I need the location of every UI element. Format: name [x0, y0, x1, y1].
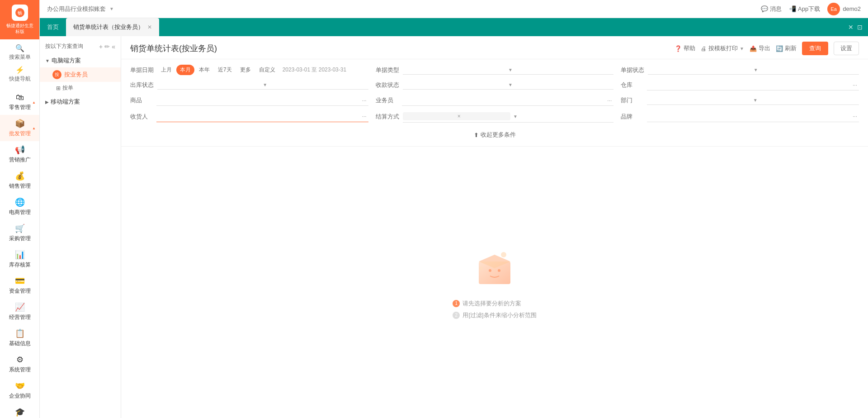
date-tab-last-month[interactable]: 上月	[157, 65, 175, 75]
sidebar-item-retail[interactable]: 🛍 零售管理	[0, 89, 39, 115]
scheme-item-by-salesperson[interactable]: 按 按业务员	[40, 67, 121, 82]
inventory-icon: 📊	[15, 250, 25, 260]
refresh-icon: 🔄	[776, 45, 783, 52]
filter-goods: 商品 ···	[130, 95, 368, 106]
warehouse-input[interactable]	[647, 80, 851, 90]
wholesale-icon: 📦	[15, 119, 25, 128]
app-download-btn[interactable]: 📲 App下载	[789, 5, 820, 13]
sidebar-item-inventory[interactable]: 📊 库存核算	[0, 246, 39, 272]
goods-input[interactable]	[156, 95, 360, 105]
sidebar-item-sales[interactable]: 💰 销售管理	[0, 167, 39, 194]
scheme-group-pc-header[interactable]: ▼ 电脑端方案	[40, 54, 121, 67]
warehouse-more-btn[interactable]: ···	[851, 82, 859, 88]
collapse-btn[interactable]: ⬆ 收起更多条件	[474, 131, 516, 139]
doc-status-select[interactable]: ▼	[648, 66, 859, 75]
purchase-icon: 🛒	[15, 223, 25, 233]
sidebar-item-enterprise[interactable]: 🤝 企业协同	[0, 377, 39, 404]
left-panel-title: 按以下方案查询	[45, 43, 83, 50]
sidebar-item-ecommerce[interactable]: 🌐 电商管理	[0, 194, 39, 220]
date-tab-last7[interactable]: 近7天	[214, 65, 236, 75]
out-status-label: 出库状态	[130, 81, 154, 89]
edit-scheme-btn[interactable]: ✏	[104, 43, 110, 50]
scheme-item-salesperson-label: 按业务员	[64, 71, 88, 79]
sidebar-shortcut[interactable]: ⚡ 快捷导航	[0, 63, 39, 86]
salesperson-input[interactable]	[402, 95, 606, 105]
out-status-select[interactable]: ▼	[157, 81, 368, 90]
print-dropdown-icon[interactable]: ▼	[740, 46, 744, 51]
tab-home[interactable]: 首页	[40, 18, 66, 36]
tab-close-all-icon[interactable]: ✕	[848, 24, 854, 31]
brand-more-btn[interactable]: ···	[851, 113, 859, 119]
doc-type-select[interactable]: ▼	[403, 66, 614, 75]
tip-text-1: 请先选择要分析的方案	[462, 298, 521, 309]
query-btn[interactable]: 查询	[802, 42, 828, 55]
tab-close-icon[interactable]: ✕	[147, 24, 152, 30]
sidebar-item-system[interactable]: ⚙ 系统管理	[0, 351, 39, 377]
message-btn[interactable]: 💬 消息	[761, 5, 782, 13]
payment-tag-close-btn[interactable]: ×	[458, 113, 507, 119]
refresh-btn[interactable]: 🔄 刷新	[776, 44, 797, 52]
warehouse-label: 仓库	[621, 81, 643, 89]
order-icon: ⊞	[56, 85, 61, 91]
svg-text:畅: 畅	[18, 10, 22, 15]
salesperson-label: 业务员	[376, 96, 398, 104]
sidebar-item-marketing[interactable]: 📢 营销推广	[0, 141, 39, 167]
consignee-more-btn[interactable]: ···	[360, 113, 368, 119]
filter-area: 单据日期 上月 本月 本年 近7天 更多 自定义 2023-03-01 至 20…	[121, 59, 868, 147]
date-tab-this-month[interactable]: 本月	[176, 65, 194, 75]
tip-row-2: 2 用[过滤]条件来缩小分析范围	[453, 309, 536, 321]
scheme-sub-item-order-label: 按单	[62, 84, 73, 92]
empty-img	[467, 243, 522, 289]
tab-bar-actions: ✕ ⊡	[848, 24, 868, 31]
consignee-input[interactable]	[156, 111, 360, 122]
tab-sales-stat-label: 销货单统计表（按业务员）	[73, 23, 144, 31]
payment-method-label: 结算方式	[376, 113, 399, 121]
help-btn[interactable]: ❓ 帮助	[675, 44, 695, 52]
page-title-actions: ❓ 帮助 🖨 按模板打印 ▼ 📤 导出 🔄 刷新	[675, 42, 859, 55]
payment-method-select[interactable]: × ▼	[403, 110, 614, 123]
salesperson-more-btn[interactable]: ···	[605, 97, 613, 104]
scheme-group-pc: ▼ 电脑端方案 按 按业务员 ⊞ 按单 ▶ 移动端方案	[40, 53, 121, 110]
settings-btn[interactable]: 设置	[834, 42, 859, 55]
scheme-group-mobile-header[interactable]: ▶ 移动端方案	[40, 95, 121, 109]
sidebar-item-finance[interactable]: 💳 资金管理	[0, 272, 39, 299]
header-actions: 💬 消息 📲 App下载 Ea demo2	[761, 3, 861, 15]
add-scheme-btn[interactable]: +	[99, 43, 103, 50]
goods-more-btn[interactable]: ···	[360, 97, 368, 104]
filter-row-4: 收货人 ··· 结算方式 × ▼	[130, 110, 859, 123]
filter-doc-type: 单据类型 ▼	[376, 66, 614, 75]
app-subtitle: 标版	[15, 28, 24, 35]
date-tab-this-year[interactable]: 本年	[195, 65, 213, 75]
breadcrumb-dropdown-icon[interactable]: ▼	[109, 6, 114, 11]
sidebar: 畅 畅捷通好生意 标版 🔍 搜索菜单 ⚡ 快捷导航 🛍 零售管理 📦 批发管理 …	[0, 0, 40, 418]
brand-input-area: ···	[647, 111, 859, 122]
template-print-btn[interactable]: 🖨 按模板打印 ▼	[701, 44, 744, 52]
date-tab-more[interactable]: 更多	[236, 65, 255, 75]
date-tab-custom[interactable]: 自定义	[255, 65, 279, 75]
left-panel: 按以下方案查询 + ✏ « ▼ 电脑端方案 按 按业务员 ⊞ 按	[40, 36, 121, 418]
collapse-panel-btn[interactable]: «	[112, 43, 115, 50]
sidebar-item-purchase[interactable]: 🛒 采购管理	[0, 220, 39, 246]
export-btn[interactable]: 📤 导出	[750, 44, 770, 52]
sidebar-item-basic[interactable]: 📋 基础信息	[0, 325, 39, 351]
receipt-status-select[interactable]: ▼	[403, 81, 614, 90]
tab-restore-icon[interactable]: ⊡	[857, 24, 863, 31]
payment-method-arrow: ▼	[513, 114, 613, 119]
svg-point-4	[479, 266, 483, 270]
user-area[interactable]: Ea demo2	[827, 3, 861, 15]
sidebar-search[interactable]: 🔍 搜索菜单	[0, 39, 39, 63]
sidebar-item-newbie[interactable]: 🎓 新手引导	[0, 404, 39, 418]
left-panel-header: 按以下方案查询 + ✏ «	[40, 40, 121, 53]
brand-input[interactable]	[647, 111, 851, 122]
sidebar-item-operations[interactable]: 📈 经营管理	[0, 299, 39, 325]
retail-label: 零售管理	[9, 104, 31, 111]
dept-select[interactable]: ▼	[647, 96, 859, 105]
tab-bar: 首页 销货单统计表（按业务员） ✕ ✕ ⊡	[40, 18, 868, 36]
tab-sales-stat[interactable]: 销货单统计表（按业务员） ✕	[66, 18, 159, 36]
sidebar-item-wholesale[interactable]: 📦 批发管理	[0, 115, 39, 141]
scheme-group-pc-label: 电脑端方案	[52, 57, 81, 65]
scheme-sub-item-by-order[interactable]: ⊞ 按单	[40, 82, 121, 94]
search-icon: 🔍	[15, 44, 24, 52]
logo-icon: 畅	[12, 5, 28, 21]
doc-status-arrow: ▼	[754, 67, 859, 72]
